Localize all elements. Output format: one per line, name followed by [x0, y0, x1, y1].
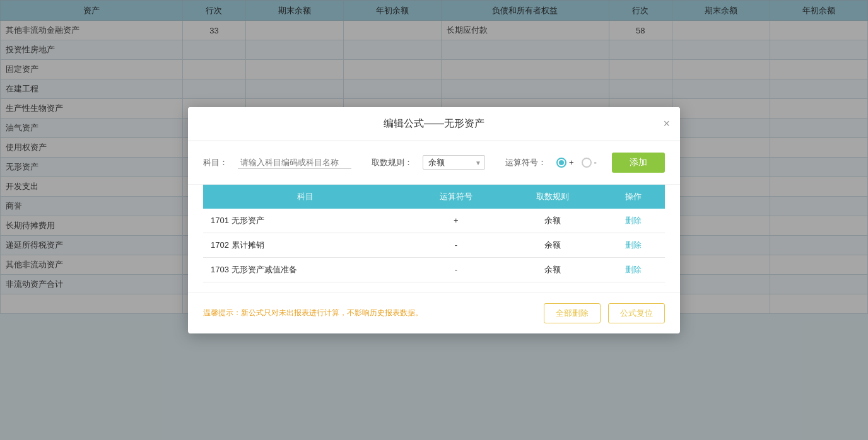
- operator-minus-label: -: [594, 158, 597, 167]
- operator-plus-radio[interactable]: +: [556, 158, 574, 168]
- delete-link[interactable]: 删除: [625, 216, 642, 225]
- modal-header: 编辑公式——无形资产 ×: [188, 107, 680, 141]
- formula-operator: +: [408, 209, 504, 233]
- formula-subject: 1703 无形资产减值准备: [203, 257, 408, 282]
- table-col-header: 操作: [601, 185, 665, 209]
- subject-label: 科目：: [203, 157, 228, 168]
- operator-plus-label: +: [569, 158, 574, 167]
- rule-select-wrap: 余额 借方发生额 贷方发生额 期初余额 ▼: [423, 155, 485, 170]
- reset-formula-button[interactable]: 公式复位: [608, 303, 665, 323]
- radio-minus-circle: [582, 158, 592, 168]
- modal-footer: 温馨提示：新公式只对未出报表进行计算，不影响历史报表数据。 全部删除 公式复位: [188, 292, 680, 333]
- formula-subject: 1702 累计摊销: [203, 233, 408, 257]
- formula-action[interactable]: 删除: [601, 209, 665, 233]
- add-button[interactable]: 添加: [612, 153, 665, 173]
- table-col-header: 运算符号: [408, 185, 504, 209]
- radio-plus-circle: [556, 158, 566, 168]
- table-col-header: 取数规则: [505, 185, 601, 209]
- formula-operator: -: [408, 257, 504, 282]
- formula-row: 1702 累计摊销 - 余额 删除: [203, 233, 665, 257]
- operator-label: 运算符号：: [505, 157, 546, 168]
- formula-row: 1701 无形资产 + 余额 删除: [203, 209, 665, 233]
- formula-table: 科目运算符号取数规则操作 1701 无形资产 + 余额 删除 1702 累计摊销…: [203, 185, 665, 282]
- formula-subject: 1701 无形资产: [203, 209, 408, 233]
- delete-link[interactable]: 删除: [625, 240, 642, 250]
- subject-input[interactable]: [238, 156, 351, 169]
- operator-radio-group: + -: [556, 158, 597, 168]
- footer-tip: 温馨提示：新公式只对未出报表进行计算，不影响历史报表数据。: [203, 308, 423, 318]
- edit-formula-modal: 编辑公式——无形资产 × 科目： 取数规则： 余额 借方发生额 贷方发生额 期初…: [188, 107, 680, 333]
- formula-rule: 余额: [505, 209, 601, 233]
- rule-label: 取数规则：: [372, 157, 413, 168]
- formula-rule: 余额: [505, 233, 601, 257]
- formula-form-row: 科目： 取数规则： 余额 借方发生额 贷方发生额 期初余额 ▼ 运算符号： +: [188, 141, 680, 185]
- formula-action[interactable]: 删除: [601, 233, 665, 257]
- modal-title: 编辑公式——无形资产: [384, 118, 484, 129]
- footer-buttons: 全部删除 公式复位: [544, 303, 665, 323]
- rule-select[interactable]: 余额 借方发生额 贷方发生额 期初余额: [423, 155, 485, 170]
- table-col-header: 科目: [203, 185, 408, 209]
- delete-link[interactable]: 删除: [625, 265, 642, 274]
- modal-close-button[interactable]: ×: [663, 118, 670, 129]
- formula-table-wrap: 科目运算符号取数规则操作 1701 无形资产 + 余额 删除 1702 累计摊销…: [188, 185, 680, 282]
- delete-all-button[interactable]: 全部删除: [544, 303, 601, 323]
- modal-overlay: 编辑公式——无形资产 × 科目： 取数规则： 余额 借方发生额 贷方发生额 期初…: [0, 0, 868, 440]
- operator-minus-radio[interactable]: -: [582, 158, 597, 168]
- formula-action[interactable]: 删除: [601, 257, 665, 282]
- formula-rule: 余额: [505, 257, 601, 282]
- formula-row: 1703 无形资产减值准备 - 余额 删除: [203, 257, 665, 282]
- formula-operator: -: [408, 233, 504, 257]
